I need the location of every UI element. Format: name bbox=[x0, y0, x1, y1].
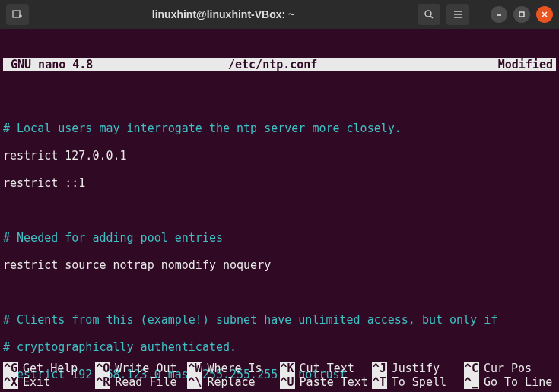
shortcut-curpos[interactable]: ^CCur Pos bbox=[464, 362, 556, 375]
search-button[interactable] bbox=[418, 4, 440, 25]
shortcut-writeout[interactable]: ^OWrite Out bbox=[95, 362, 187, 375]
close-icon bbox=[541, 11, 548, 18]
nano-status: Modified bbox=[498, 58, 556, 71]
close-button[interactable] bbox=[536, 6, 553, 23]
nano-header: GNU nano 4.8 /etc/ntp.conf Modified bbox=[3, 58, 556, 71]
shortcut-spell[interactable]: ^TTo Spell bbox=[372, 375, 464, 389]
menu-button[interactable] bbox=[446, 4, 469, 25]
minimize-button[interactable] bbox=[491, 6, 507, 23]
shortcut-paste[interactable]: ^UPaste Text bbox=[280, 375, 372, 389]
maximize-button[interactable] bbox=[513, 6, 530, 23]
nano-filename: /etc/ntp.conf bbox=[178, 58, 498, 71]
editor-line bbox=[3, 204, 556, 217]
svg-point-3 bbox=[425, 11, 431, 17]
editor-line: restrict 127.0.0.1 bbox=[3, 149, 556, 163]
new-tab-button[interactable] bbox=[6, 4, 29, 25]
editor-line: # Local users may interrogate the ntp se… bbox=[3, 122, 556, 135]
shortcut-readfile[interactable]: ^RRead File bbox=[95, 375, 187, 389]
shortcut-exit[interactable]: ^XExit bbox=[3, 375, 95, 389]
plus-icon bbox=[11, 8, 24, 21]
editor-line: # cryptographically authenticated. bbox=[3, 340, 556, 354]
window-titlebar: linuxhint@linuxhint-VBox: ~ bbox=[0, 0, 559, 29]
maximize-icon bbox=[518, 11, 526, 18]
shortcut-replace[interactable]: ^\Replace bbox=[187, 375, 279, 389]
nano-body[interactable]: # Local users may interrogate the ntp se… bbox=[3, 99, 556, 392]
shortcut-justify[interactable]: ^JJustify bbox=[372, 362, 464, 375]
editor-line bbox=[3, 286, 556, 299]
shortcut-help[interactable]: ^GGet Help bbox=[3, 362, 95, 375]
nano-editor[interactable]: GNU nano 4.8 /etc/ntp.conf Modified # Lo… bbox=[0, 29, 559, 392]
shortcut-cut[interactable]: ^KCut Text bbox=[280, 362, 372, 375]
editor-line: restrict ::1 bbox=[3, 176, 556, 190]
nano-version: GNU nano 4.8 bbox=[3, 58, 178, 71]
svg-line-4 bbox=[430, 16, 433, 18]
nano-shortcuts: ^GGet Help ^OWrite Out ^WWhere Is ^KCut … bbox=[3, 362, 556, 389]
editor-line: restrict source notrap nomodify noquery bbox=[3, 258, 556, 272]
shortcut-gotoline[interactable]: ^_Go To Line bbox=[464, 375, 556, 389]
search-icon bbox=[424, 9, 434, 20]
editor-line: # Needed for adding pool entries bbox=[3, 231, 556, 245]
editor-line: # Clients from this (example!) subnet ha… bbox=[3, 313, 556, 327]
shortcut-whereis[interactable]: ^WWhere Is bbox=[187, 362, 279, 375]
minimize-icon bbox=[495, 11, 503, 18]
window-title: linuxhint@linuxhint-VBox: ~ bbox=[33, 8, 413, 21]
svg-rect-0 bbox=[13, 11, 20, 17]
svg-rect-9 bbox=[519, 12, 524, 17]
hamburger-icon bbox=[453, 9, 463, 20]
